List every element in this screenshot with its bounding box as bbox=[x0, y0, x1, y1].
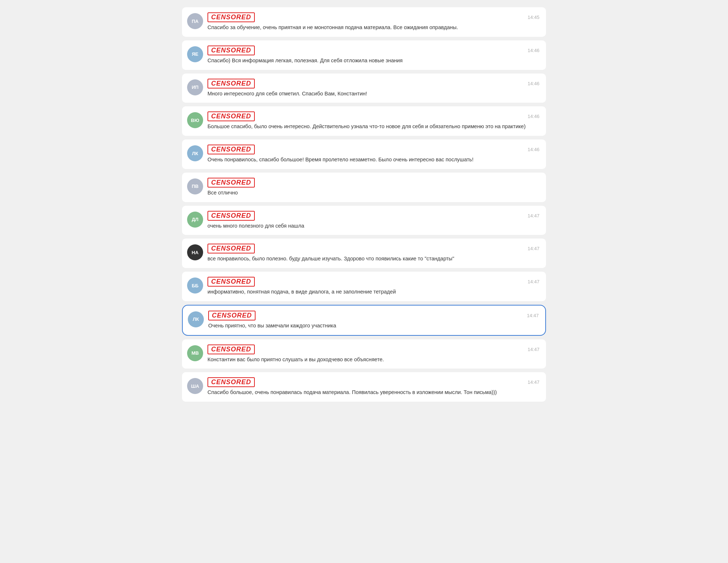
message-body: CENSORED14:45Спасибо за обучение, очень … bbox=[207, 12, 539, 32]
avatar: МВ bbox=[187, 345, 203, 361]
message-text: Спасибо) Вся информация легкая, полезная… bbox=[207, 57, 539, 65]
message-time: 14:47 bbox=[527, 246, 539, 251]
censored-badge: CENSORED bbox=[207, 377, 255, 387]
message-body: CENSORED14:47очень много полезного для с… bbox=[207, 211, 539, 230]
message-body: CENSOREDВсе отлично bbox=[207, 178, 539, 197]
message-time: 14:47 bbox=[527, 313, 539, 318]
message-header: CENSORED14:47 bbox=[207, 377, 539, 387]
message-header: CENSORED14:46 bbox=[207, 46, 539, 55]
censored-badge: CENSORED bbox=[207, 244, 255, 253]
avatar: НА bbox=[187, 244, 203, 260]
message-text: Очень приятно, что вы замечали каждого у… bbox=[208, 322, 539, 330]
message-row[interactable]: ЛКCENSORED14:47Очень приятно, что вы зам… bbox=[182, 305, 546, 336]
message-time: 14:47 bbox=[527, 379, 539, 385]
message-header: CENSORED14:47 bbox=[207, 345, 539, 354]
avatar: ЯЕ bbox=[187, 46, 203, 62]
message-time: 14:47 bbox=[527, 279, 539, 284]
censored-badge: CENSORED bbox=[208, 311, 256, 320]
message-header: CENSORED14:46 bbox=[207, 111, 539, 121]
message-row[interactable]: ЯЕCENSORED14:46Спасибо) Вся информация л… bbox=[182, 40, 546, 70]
message-text: Константин вас было приятно слушать и вы… bbox=[207, 356, 539, 364]
message-body: CENSORED14:47информативно, понятная пода… bbox=[207, 277, 539, 296]
avatar: ИП bbox=[187, 79, 203, 95]
message-body: CENSORED14:46Спасибо) Вся информация лег… bbox=[207, 46, 539, 65]
message-body: CENSORED14:46Много интересного для себя … bbox=[207, 79, 539, 98]
message-row[interactable]: ПВCENSOREDВсе отлично bbox=[182, 173, 546, 202]
message-body: CENSORED14:47Очень приятно, что вы замеч… bbox=[208, 311, 539, 330]
message-time: 14:45 bbox=[527, 15, 539, 20]
message-row[interactable]: ВЮCENSORED14:46Большое спасибо, было оче… bbox=[182, 106, 546, 136]
message-row[interactable]: ДЛCENSORED14:47очень много полезного для… bbox=[182, 206, 546, 235]
message-header: CENSORED14:47 bbox=[207, 244, 539, 253]
message-time: 14:46 bbox=[527, 48, 539, 53]
censored-badge: CENSORED bbox=[207, 211, 255, 221]
avatar: ПВ bbox=[187, 178, 203, 194]
message-text: информативно, понятная подача, в виде ди… bbox=[207, 288, 539, 296]
message-row[interactable]: ПАCENSORED14:45Спасибо за обучение, очен… bbox=[182, 7, 546, 37]
message-row[interactable]: НАCENSORED14:47все понравилось, было пол… bbox=[182, 239, 546, 268]
censored-badge: CENSORED bbox=[207, 79, 255, 88]
censored-badge: CENSORED bbox=[207, 12, 255, 22]
avatar: ЛК bbox=[187, 145, 203, 161]
avatar: ББ bbox=[187, 277, 203, 294]
message-text: Много интересного для себя отметил. Спас… bbox=[207, 90, 539, 98]
avatar: ПА bbox=[187, 13, 203, 29]
message-time: 14:47 bbox=[527, 347, 539, 352]
message-header: CENSORED14:45 bbox=[207, 12, 539, 22]
message-text: все понравилось, было полезно. буду даль… bbox=[207, 255, 539, 263]
message-time: 14:46 bbox=[527, 81, 539, 86]
censored-badge: CENSORED bbox=[207, 145, 255, 154]
avatar: ША bbox=[187, 378, 203, 394]
message-body: CENSORED14:47все понравилось, было полез… bbox=[207, 244, 539, 263]
message-header: CENSORED14:47 bbox=[208, 311, 539, 320]
message-row[interactable]: ШАCENSORED14:47Спасибо большое, очень по… bbox=[182, 372, 546, 402]
message-text: Большое спасибо, было очень интересно. Д… bbox=[207, 123, 539, 131]
message-time: 14:47 bbox=[527, 213, 539, 218]
avatar: ЛК bbox=[188, 311, 204, 327]
message-body: CENSORED14:47Спасибо большое, очень понр… bbox=[207, 377, 539, 397]
censored-badge: CENSORED bbox=[207, 46, 255, 55]
censored-badge: CENSORED bbox=[207, 345, 255, 354]
avatar: ВЮ bbox=[187, 112, 203, 128]
message-text: Спасибо за обучение, очень приятная и не… bbox=[207, 24, 539, 32]
message-body: CENSORED14:46Очень понравилось, спасибо … bbox=[207, 145, 539, 164]
message-header: CENSORED14:46 bbox=[207, 145, 539, 154]
message-time: 14:46 bbox=[527, 114, 539, 119]
censored-badge: CENSORED bbox=[207, 277, 255, 287]
message-row[interactable]: ЛКCENSORED14:46Очень понравилось, спасиб… bbox=[182, 139, 546, 169]
message-row[interactable]: МВCENSORED14:47Константин вас было прият… bbox=[182, 339, 546, 369]
message-header: CENSORED14:47 bbox=[207, 211, 539, 221]
avatar: ДЛ bbox=[187, 212, 203, 228]
message-text: Спасибо большое, очень понравилась подач… bbox=[207, 389, 539, 397]
message-header: CENSORED14:47 bbox=[207, 277, 539, 287]
message-header: CENSORED14:46 bbox=[207, 79, 539, 88]
message-header: CENSORED bbox=[207, 178, 539, 188]
message-time: 14:46 bbox=[527, 147, 539, 152]
censored-badge: CENSORED bbox=[207, 178, 255, 188]
message-body: CENSORED14:47Константин вас было приятно… bbox=[207, 345, 539, 364]
message-text: Очень понравилось, спасибо большое! Врем… bbox=[207, 156, 539, 164]
chat-list: ПАCENSORED14:45Спасибо за обучение, очен… bbox=[182, 7, 546, 402]
message-text: очень много полезного для себя нашла bbox=[207, 222, 539, 230]
message-text: Все отлично bbox=[207, 189, 539, 197]
censored-badge: CENSORED bbox=[207, 111, 255, 121]
message-body: CENSORED14:46Большое спасибо, было очень… bbox=[207, 111, 539, 131]
message-row[interactable]: ББCENSORED14:47информативно, понятная по… bbox=[182, 272, 546, 301]
message-row[interactable]: ИПCENSORED14:46Много интересного для себ… bbox=[182, 74, 546, 103]
